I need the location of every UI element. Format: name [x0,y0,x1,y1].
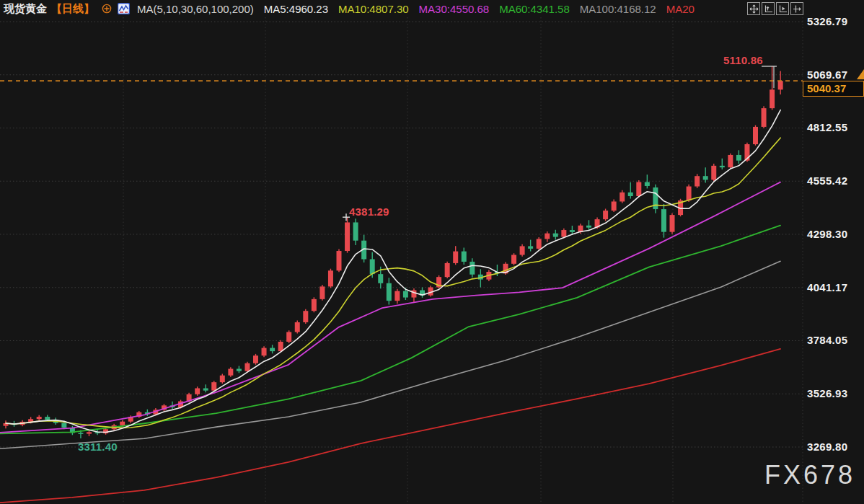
top-bar: 现货黄金 【日线】 MA(5,10,30,60,100,200) MA5:496… [0,0,864,17]
chart-type-icon[interactable] [118,3,130,14]
ma-params-label: MA(5,10,30,60,100,200) [137,3,254,15]
watermark: FX678 [764,460,855,490]
jump-to-latest-icon[interactable] [790,2,803,15]
chart-toolbar [747,2,803,15]
autoplay-icon[interactable] [776,2,789,15]
timeframe-label[interactable]: 【日线】 [51,2,94,16]
current-price-tag: 5040.37 [803,81,864,97]
candlestick-chart[interactable] [0,0,864,504]
ma-legend-item: MA60:4341.58 [499,3,570,15]
ma-legend-item: MA20 [666,3,695,15]
ma-legend-item: MA5:4960.23 [264,3,328,15]
ma-legend-item: MA100:4168.12 [580,3,656,15]
axis-reset-icon[interactable] [762,2,775,15]
circle-plus-icon[interactable] [102,4,112,14]
chart-window: 现货黄金 【日线】 MA(5,10,30,60,100,200) MA5:496… [0,0,864,504]
ma-legend-item: MA10:4807.30 [338,3,409,15]
move-icon[interactable] [747,2,760,15]
symbol-title: 现货黄金 [4,2,47,16]
ma-legend: MA5:4960.23MA10:4807.30MA30:4550.68MA60:… [264,3,695,15]
ma-legend-item: MA30:4550.68 [419,3,490,15]
